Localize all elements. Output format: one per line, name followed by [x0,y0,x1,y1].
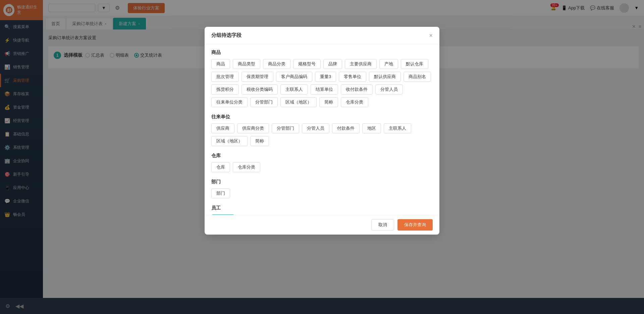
field-default-warehouse[interactable]: 默认仓库 [401,59,428,69]
section-warehouse-fields: 仓库 仓库分类 [211,162,433,172]
field-mgmt-dept[interactable]: 分管部门 [250,97,278,107]
field-warehouse-cat[interactable]: 仓库分类 [233,162,260,172]
field-main-supplier[interactable]: 主要供应商 [345,59,377,69]
section-employee-title: 员工 [211,205,433,211]
field-default-supplier[interactable]: 默认供应商 [369,72,401,82]
field-short-name2[interactable]: 简称 [250,136,269,146]
field-origin[interactable]: 产地 [379,59,398,69]
field-retail-unit[interactable]: 零售单位 [339,72,366,82]
section-employee: 员工 业务员 [211,205,433,215]
field-manager[interactable]: 分管人员 [375,84,403,95]
section-department: 部门 部门 [211,179,433,198]
modal-header: 分组待选字段 × [205,27,439,44]
field-payment-terms[interactable]: 收付款条件 [341,84,373,95]
cancel-button[interactable]: 取消 [371,219,394,231]
section-product: 商品 商品 商品类型 商品分类 规格型号 品牌 主要供应商 产地 默认仓库 批次… [211,50,433,107]
field-goods-type[interactable]: 商品类型 [233,59,260,69]
section-product-title: 商品 [211,50,433,56]
modal-dialog: 分组待选字段 × 商品 商品 商品类型 商品分类 规格型号 品牌 主要供应商 产… [205,27,439,235]
field-main-contact2[interactable]: 主联系人 [384,123,411,133]
field-supplier-category[interactable]: 供应商分类 [237,123,269,133]
field-goods-category[interactable]: 商品分类 [263,59,290,69]
modal-close-icon[interactable]: × [429,33,433,39]
field-goods[interactable]: 商品 [211,59,230,69]
field-source-unit-category[interactable]: 往来单位分类 [211,97,248,107]
field-mgmt-person[interactable]: 分管人员 [302,123,329,133]
confirm-button[interactable]: 保存并查询 [397,219,433,231]
field-main-contact[interactable]: 主联系人 [280,84,308,95]
field-validity-mgmt[interactable]: 保质期管理 [241,72,273,82]
field-region[interactable]: 地区 [362,123,381,133]
field-tax-code[interactable]: 税收分类编码 [241,84,278,95]
modal-title: 分组待选字段 [211,32,241,39]
section-counterparty: 往来单位 供应商 供应商分类 分管部门 分管人员 付款条件 地区 主联系人 区域… [211,114,433,146]
field-supplier[interactable]: 供应商 [211,123,234,133]
section-counterparty-title: 往来单位 [211,114,433,120]
field-settlement-unit[interactable]: 结算单位 [311,84,338,95]
section-warehouse: 仓库 仓库 仓库分类 [211,153,433,172]
field-goods-alias[interactable]: 商品别名 [404,72,431,82]
field-payment-condition[interactable]: 付款条件 [332,123,360,133]
field-spec-type[interactable]: 规格型号 [293,59,321,69]
field-area-region[interactable]: 区域（地区） [280,97,317,107]
section-warehouse-title: 仓库 [211,153,433,159]
modal-footer: 取消 保存并查询 [205,215,439,235]
field-short-name[interactable]: 简称 [319,97,338,107]
field-weight3[interactable]: 重量3 [315,72,336,82]
modal-body: 商品 商品 商品类型 商品分类 规格型号 品牌 主要供应商 产地 默认仓库 批次… [205,44,439,215]
field-pick-score[interactable]: 拣货积分 [211,84,239,95]
modal-overlay: 分组待选字段 × 商品 商品 商品类型 商品分类 规格型号 品牌 主要供应商 产… [0,0,644,314]
field-area2[interactable]: 区域（地区） [211,136,248,146]
field-warehouse-category[interactable]: 仓库分类 [341,97,368,107]
field-dept[interactable]: 部门 [211,188,230,198]
field-brand[interactable]: 品牌 [323,59,342,69]
field-mgmt-dept2[interactable]: 分管部门 [272,123,299,133]
section-department-fields: 部门 [211,188,433,198]
section-counterparty-fields: 供应商 供应商分类 分管部门 分管人员 付款条件 地区 主联系人 区域（地区） … [211,123,433,146]
section-product-fields: 商品 商品类型 商品分类 规格型号 品牌 主要供应商 产地 默认仓库 批次管理 … [211,59,433,107]
field-warehouse[interactable]: 仓库 [211,162,230,172]
field-batch-mgmt[interactable]: 批次管理 [211,72,239,82]
field-customer-code[interactable]: 客户商品编码 [276,72,312,82]
section-department-title: 部门 [211,179,433,185]
